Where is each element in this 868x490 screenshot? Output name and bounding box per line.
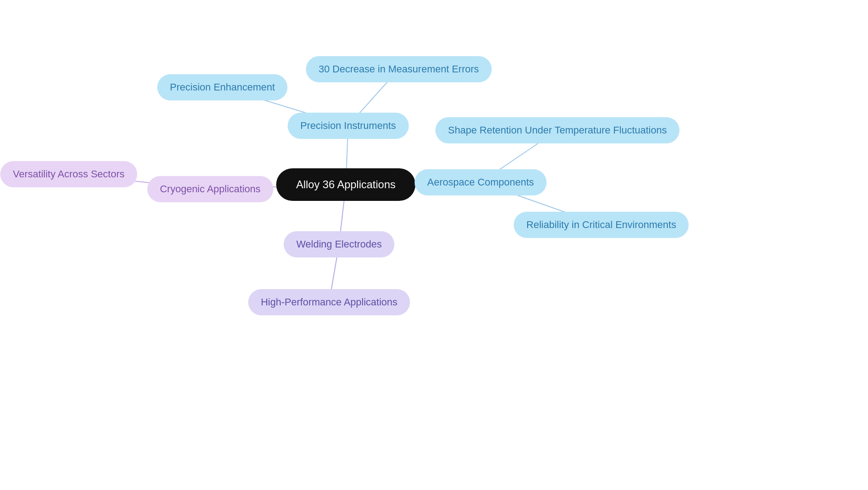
measurement-errors-node[interactable]: 30 Decrease in Measurement Errors	[306, 56, 492, 82]
aerospace-components-node[interactable]: Aerospace Components	[415, 169, 547, 195]
welding-electrodes-node[interactable]: Welding Electrodes	[283, 231, 394, 257]
shape-retention-node[interactable]: Shape Retention Under Temperature Fluctu…	[435, 117, 679, 143]
cryogenic-applications-node[interactable]: Cryogenic Applications	[147, 176, 274, 202]
high-performance-node[interactable]: High-Performance Applications	[248, 289, 410, 315]
precision-instruments-node[interactable]: Precision Instruments	[288, 113, 409, 139]
reliability-node[interactable]: Reliability in Critical Environments	[514, 212, 689, 238]
center-node[interactable]: Alloy 36 Applications	[276, 168, 415, 201]
versatility-node[interactable]: Versatility Across Sectors	[0, 161, 137, 187]
precision-enhancement-node[interactable]: Precision Enhancement	[157, 74, 288, 100]
